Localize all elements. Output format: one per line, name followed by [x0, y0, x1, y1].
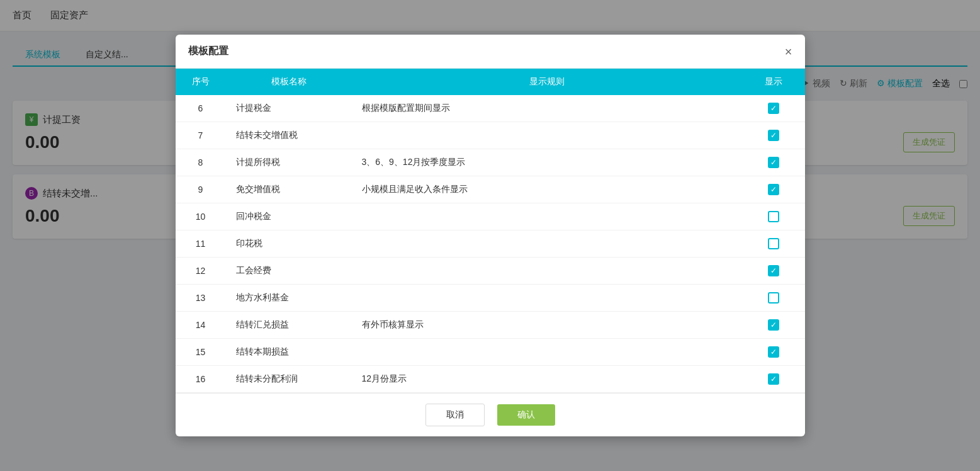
cell-rule-0: 根据模版配置期间显示: [352, 95, 742, 122]
table-row: 16结转未分配利润12月份显示: [176, 366, 805, 393]
cell-seq-3: 9: [176, 176, 226, 203]
table-row: 15结转本期损益: [176, 339, 805, 366]
checkbox-4[interactable]: [768, 211, 779, 222]
checkbox-6[interactable]: [768, 265, 779, 276]
cell-rule-5: [352, 230, 742, 258]
cell-rule-4: [352, 203, 742, 230]
cell-seq-6: 12: [176, 258, 226, 285]
table-wrapper[interactable]: 序号 模板名称 显示规则 显示 6计提税金根据模版配置期间显示7结转未交增值税8…: [176, 69, 805, 393]
table-row: 11印花税: [176, 230, 805, 258]
cell-seq-4: 10: [176, 203, 226, 230]
th-show: 显示: [742, 69, 805, 95]
cell-show-2[interactable]: [742, 149, 805, 176]
modal-overlay: 模板配置 × 序号 模板名称 显示规则 显示 6计提税金根据模版配置期间显示7结…: [0, 0, 980, 471]
cell-seq-1: 7: [176, 122, 226, 149]
cell-name-10: 结转未分配利润: [226, 366, 352, 393]
checkbox-5[interactable]: [768, 238, 779, 249]
checkbox-3[interactable]: [768, 184, 779, 195]
th-rule: 显示规则: [352, 69, 742, 95]
cell-seq-9: 15: [176, 339, 226, 366]
cell-rule-3: 小规模且满足收入条件显示: [352, 176, 742, 203]
cell-rule-8: 有外币核算显示: [352, 312, 742, 339]
table-row: 6计提税金根据模版配置期间显示: [176, 95, 805, 122]
cell-name-8: 结转汇兑损益: [226, 312, 352, 339]
cell-show-5[interactable]: [742, 230, 805, 258]
cell-show-7[interactable]: [742, 285, 805, 312]
cell-name-1: 结转未交增值税: [226, 122, 352, 149]
cell-show-10[interactable]: [742, 366, 805, 393]
table-row: 14结转汇兑损益有外币核算显示: [176, 312, 805, 339]
cell-seq-5: 11: [176, 230, 226, 258]
cell-rule-7: [352, 285, 742, 312]
th-name: 模板名称: [226, 69, 352, 95]
table-row: 9免交增值税小规模且满足收入条件显示: [176, 176, 805, 203]
cell-seq-8: 14: [176, 312, 226, 339]
cell-rule-2: 3、6、9、12月按季度显示: [352, 149, 742, 176]
th-seq: 序号: [176, 69, 226, 95]
cancel-button[interactable]: 取消: [425, 404, 485, 426]
checkbox-10[interactable]: [768, 373, 779, 385]
checkbox-2[interactable]: [768, 157, 779, 168]
cell-name-2: 计提所得税: [226, 149, 352, 176]
cell-seq-10: 16: [176, 366, 226, 393]
modal-title: 模板配置: [188, 45, 228, 58]
table-row: 10回冲税金: [176, 203, 805, 230]
cell-show-9[interactable]: [742, 339, 805, 366]
checkbox-9[interactable]: [768, 346, 779, 358]
config-table: 序号 模板名称 显示规则 显示 6计提税金根据模版配置期间显示7结转未交增值税8…: [176, 69, 805, 393]
modal-close-button[interactable]: ×: [785, 45, 792, 58]
cell-show-3[interactable]: [742, 176, 805, 203]
checkbox-0[interactable]: [768, 103, 779, 114]
cell-name-6: 工会经费: [226, 258, 352, 285]
cell-show-0[interactable]: [742, 95, 805, 122]
table-row: 7结转未交增值税: [176, 122, 805, 149]
table-row: 12工会经费: [176, 258, 805, 285]
table-row: 13地方水利基金: [176, 285, 805, 312]
cell-show-8[interactable]: [742, 312, 805, 339]
cell-show-4[interactable]: [742, 203, 805, 230]
cell-name-9: 结转本期损益: [226, 339, 352, 366]
cell-seq-7: 13: [176, 285, 226, 312]
table-row: 8计提所得税3、6、9、12月按季度显示: [176, 149, 805, 176]
checkbox-8[interactable]: [768, 319, 779, 331]
cell-rule-10: 12月份显示: [352, 366, 742, 393]
cell-show-6[interactable]: [742, 258, 805, 285]
cell-rule-6: [352, 258, 742, 285]
cell-rule-9: [352, 339, 742, 366]
cell-show-1[interactable]: [742, 122, 805, 149]
cell-rule-1: [352, 122, 742, 149]
cell-name-0: 计提税金: [226, 95, 352, 122]
cell-name-7: 地方水利基金: [226, 285, 352, 312]
cell-seq-0: 6: [176, 95, 226, 122]
checkbox-7[interactable]: [768, 292, 779, 304]
checkbox-1[interactable]: [768, 130, 779, 141]
cell-name-4: 回冲税金: [226, 203, 352, 230]
template-config-modal: 模板配置 × 序号 模板名称 显示规则 显示 6计提税金根据模版配置期间显示7结…: [176, 35, 805, 436]
cell-name-3: 免交增值税: [226, 176, 352, 203]
cell-seq-2: 8: [176, 149, 226, 176]
cell-name-5: 印花税: [226, 230, 352, 258]
confirm-button[interactable]: 确认: [497, 404, 555, 426]
